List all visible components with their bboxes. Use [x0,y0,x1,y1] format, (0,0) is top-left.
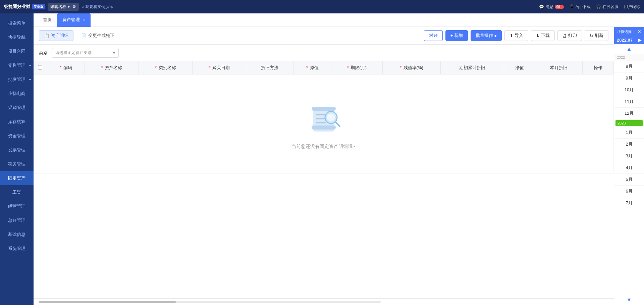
empty-message: 当前您还没有固定资产明细哦~ [291,144,355,150]
quicknav-label: 快捷导航 [8,34,25,40]
subtab-voucher[interactable]: 📄 变更生成凭证 [76,30,119,41]
month-item-jan[interactable]: 1月 [614,127,644,139]
year-label: 2022.07 [617,38,633,43]
horizontal-scrollbar[interactable] [39,301,381,303]
user-info[interactable]: 用户昵称 [624,4,640,10]
category-label: 类别 [39,50,48,56]
sidebar-item-ledger[interactable]: 总账管理 [0,213,34,227]
sidebar-item-search[interactable]: 搜索菜单 [0,16,34,30]
app-download-button[interactable]: 📱 App下载 [569,4,591,10]
sidebar-item-retail[interactable]: 零售管理 ▾ [0,58,34,72]
salary-label: 工资 [12,189,21,195]
month-item-oct[interactable]: 10月 [614,84,644,96]
sub-tab-bar: 📋 资产明细 📄 变更生成凭证 对账 + 新增 [34,27,614,45]
sidebar-item-ecommerce[interactable]: 小畅电商 [0,87,34,101]
month-item-jun[interactable]: 6月 [614,186,644,197]
expand-icon[interactable]: ▶ [638,38,641,43]
app-download-label: App下载 [576,4,591,10]
demo-link[interactable]: ○ 我要看实例演示 [82,4,113,10]
tab-home[interactable]: 首页 [38,13,57,27]
month-item-may[interactable]: 5月 [614,174,644,186]
category-placeholder: 请选择固定资产类别 [55,50,92,56]
sidebar-item-basicinfo[interactable]: 基础信息 [0,227,34,242]
th-monthly: 本月折旧 [535,61,582,74]
month-item-aug[interactable]: 8月 [614,61,644,72]
empty-state: 当前您还没有固定资产明细哦~ [38,78,609,170]
online-service-button[interactable]: 🎧 在线客服 [596,4,619,10]
batch-arrow-icon: ▾ [494,33,497,38]
page-content: 📋 资产明细 📄 变更生成凭证 对账 + 新增 [34,27,644,305]
main-panel: 📋 资产明细 📄 变更生成凭证 对账 + 新增 [34,27,614,305]
select-all-checkbox[interactable] [38,65,42,69]
basicinfo-label: 基础信息 [8,232,25,238]
th-operations: 操作 [582,61,613,74]
th-original-value: * 原值 [293,61,331,74]
month-scroll-down[interactable]: ▼ [614,295,644,305]
month-item-sep[interactable]: 9月 [614,72,644,84]
account-selector[interactable]: 账套名称 ▾ ⚙ [48,3,79,11]
sidebar-item-tax[interactable]: 税务管理 [0,157,34,171]
demo-text: 我要看实例演示 [85,4,113,10]
month-item-nov[interactable]: 11月 [614,96,644,108]
month-item-feb[interactable]: 2月 [614,139,644,150]
filter-bar: 类别 请选择固定资产类别 ▾ [34,45,614,61]
tab-close-icon[interactable]: × [83,18,85,22]
month-item-jul[interactable]: 7月 [614,197,644,209]
sidebar-item-contract[interactable]: 项目合同 [0,44,34,58]
app-icon: 📱 [569,4,574,9]
category-select[interactable]: 请选择固定资产类别 ▾ [52,48,119,58]
subtab-detail[interactable]: 📋 资产明细 [39,30,73,41]
settings-icon[interactable]: ⚙ [72,4,76,9]
sidebar-item-purchase[interactable]: 采购管理 [0,101,34,115]
message-badge: 99+ [555,5,564,9]
th-category: * 类别名称 [139,61,192,74]
sidebar-item-quicknav[interactable]: 快捷导航 [0,30,34,44]
tax-label: 税务管理 [8,161,25,167]
empty-cell: 当前您还没有固定资产明细哦~ [34,74,614,173]
sidebar-item-system[interactable]: 系统管理 [0,242,34,256]
sidebar-item-finance[interactable]: 资金管理 [0,129,34,143]
month-item-apr[interactable]: 4月 [614,162,644,174]
scrollbar-thumb[interactable] [39,301,176,303]
month-item-mar[interactable]: 3月 [614,150,644,162]
required-mark: * [306,65,308,70]
year-2022-group: 2022 [614,54,644,61]
sidebar-item-inventory[interactable]: 库存核算 [0,115,34,129]
close-month-panel-icon[interactable]: ✕ [637,29,641,34]
month-panel: 月份选择 ✕ 2022.07 ▶ ▲ 2022 8月 9月 10月 11月 12… [614,27,644,305]
reconcile-button[interactable]: 对账 [424,30,443,41]
print-button[interactable]: 🖨 打印 [557,30,582,41]
sidebar-item-wholesale[interactable]: 批发管理 ▾ [0,72,34,87]
year-2023-group: 2023 [615,120,643,126]
retail-label: 零售管理 [8,62,25,68]
sidebar-item-invoice[interactable]: 发票管理 [0,143,34,157]
th-checkbox [34,61,47,74]
tab-assets[interactable]: 资产管理 × [57,13,91,27]
add-button[interactable]: + 新增 [445,30,468,41]
wholesale-arrow: ▾ [29,78,31,82]
subtab-voucher-label: 变更生成凭证 [88,33,114,39]
sidebar-item-fixedassets[interactable]: 固定资产 [0,171,34,185]
refresh-button[interactable]: ↻ 刷新 [585,30,608,41]
month-item-dec[interactable]: 12月 [614,108,644,119]
th-purchase-date: * 购买日期 [193,61,246,74]
reconcile-label: 对账 [429,33,438,39]
sidebar-item-operations[interactable]: 经营管理 [0,199,34,213]
ledger-label: 总账管理 [8,217,25,223]
import-button[interactable]: ⬆ 导入 [504,30,528,41]
sidebar-item-salary[interactable]: 工资 [0,185,34,199]
brand-edition: 专业版 [32,4,45,9]
batch-button[interactable]: 批量操作 ▾ [471,30,502,41]
message-button[interactable]: 💬 消息 99+ [539,4,564,10]
assets-table: * 编码 * 资产名称 * 类别名称 [34,61,614,173]
table-container: * 编码 * 资产名称 * 类别名称 [34,61,614,298]
message-icon: 💬 [539,4,544,9]
download-button[interactable]: ⬇ 下载 [531,30,555,41]
download-icon: ⬇ [536,33,540,38]
th-code: * 编码 [47,61,85,74]
content-area: 首页 资产管理 × 📋 资产明细 📄 变更生成凭证 [34,13,644,305]
subtab-detail-label: 资产明细 [51,33,68,39]
required-mark: * [347,65,349,70]
month-scroll-up[interactable]: ▲ [614,44,644,54]
fixedassets-label: 固定资产 [8,175,25,181]
